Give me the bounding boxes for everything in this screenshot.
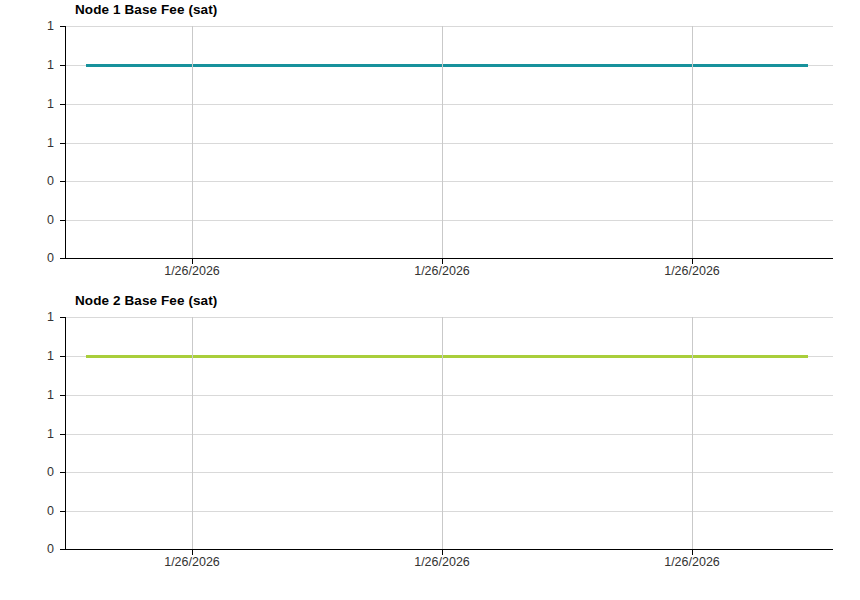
x-tick-label: 1/26/2026 [382, 554, 502, 570]
y-tick-mark [60, 395, 65, 396]
y-gridline [65, 26, 833, 27]
y-tick-label: 1 [4, 134, 54, 152]
y-tick-label: 0 [4, 211, 54, 229]
y-tick-label: 1 [4, 308, 54, 326]
y-gridline [65, 104, 833, 105]
chart-title: Node 1 Base Fee (sat) [75, 0, 217, 20]
x-tick-label: 1/26/2026 [632, 263, 752, 279]
x-axis-line [65, 258, 833, 259]
x-tick-label: 1/26/2026 [132, 263, 252, 279]
chart-title: Node 2 Base Fee (sat) [75, 291, 217, 311]
y-tick-mark [60, 65, 65, 66]
x-axis-line [65, 549, 833, 550]
y-gridline [65, 395, 833, 396]
y-gridline [65, 511, 833, 512]
x-tick-mark [692, 259, 693, 264]
x-tick-mark [442, 550, 443, 555]
y-tick-mark [60, 549, 65, 550]
y-tick-label: 1 [4, 347, 54, 365]
y-tick-mark [60, 434, 65, 435]
x-tick-mark [442, 259, 443, 264]
y-tick-label: 0 [4, 249, 54, 267]
y-tick-mark [60, 511, 65, 512]
series-line-node2 [86, 355, 808, 358]
y-tick-label: 0 [4, 502, 54, 520]
y-tick-mark [60, 26, 65, 27]
y-tick-mark [60, 104, 65, 105]
y-tick-mark [60, 317, 65, 318]
y-tick-label: 1 [4, 95, 54, 113]
x-gridline [692, 317, 693, 549]
y-gridline [65, 143, 833, 144]
x-gridline [192, 317, 193, 549]
x-tick-label: 1/26/2026 [382, 263, 502, 279]
x-gridline [192, 26, 193, 258]
y-tick-label: 1 [4, 386, 54, 404]
x-gridline [442, 26, 443, 258]
y-tick-mark [60, 181, 65, 182]
y-tick-mark [60, 258, 65, 259]
x-gridline [442, 317, 443, 549]
y-gridline [65, 434, 833, 435]
y-tick-mark [60, 143, 65, 144]
y-tick-mark [60, 472, 65, 473]
x-tick-mark [692, 550, 693, 555]
y-tick-label: 1 [4, 425, 54, 443]
y-axis-line [65, 26, 66, 259]
x-tick-mark [192, 550, 193, 555]
x-tick-mark [192, 259, 193, 264]
y-gridline [65, 472, 833, 473]
y-tick-mark [60, 356, 65, 357]
x-tick-label: 1/26/2026 [632, 554, 752, 570]
y-tick-label: 1 [4, 56, 54, 74]
y-gridline [65, 181, 833, 182]
fee-charts-dashboard: Node 1 Base Fee (sat) 1 1 1 1 0 0 0 [0, 0, 860, 600]
series-line-node1 [86, 64, 808, 67]
y-tick-label: 1 [4, 17, 54, 35]
y-axis-line [65, 317, 66, 550]
plot-area [65, 26, 833, 259]
y-gridline [65, 317, 833, 318]
x-gridline [692, 26, 693, 258]
y-tick-label: 0 [4, 172, 54, 190]
x-tick-label: 1/26/2026 [132, 554, 252, 570]
plot-area [65, 317, 833, 550]
y-tick-label: 0 [4, 463, 54, 481]
y-gridline [65, 220, 833, 221]
chart-node1-base-fee: Node 1 Base Fee (sat) 1 1 1 1 0 0 0 [0, 0, 860, 285]
y-tick-mark [60, 220, 65, 221]
chart-node2-base-fee: Node 2 Base Fee (sat) 1 1 1 1 0 0 0 [0, 291, 860, 576]
y-tick-label: 0 [4, 540, 54, 558]
